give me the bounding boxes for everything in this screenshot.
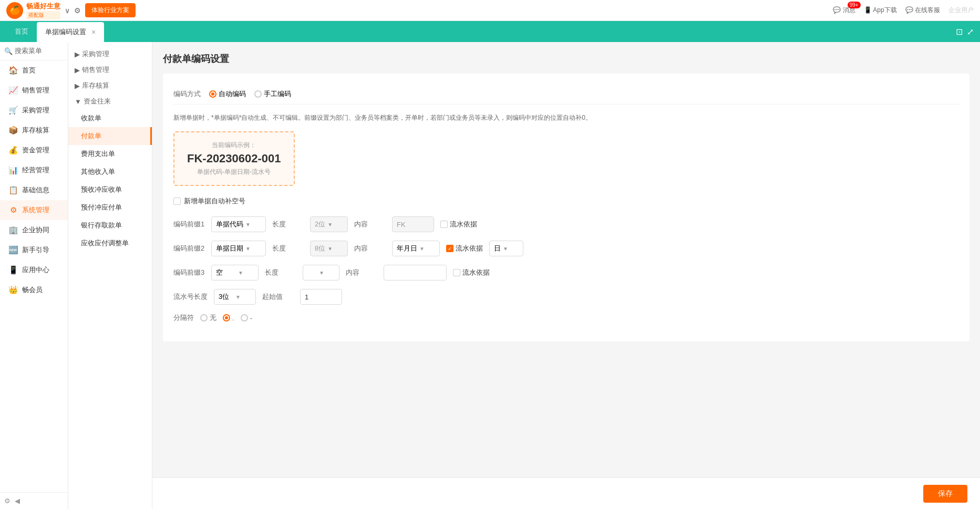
separator-row: 分隔符 无 . - — [173, 313, 959, 323]
enterprise-icon: 🏢 — [8, 225, 18, 235]
second-sidebar-item-adjustment[interactable]: 应收应付调整单 — [68, 234, 152, 252]
purchase-icon: 🛒 — [8, 106, 18, 115]
prefix3-select[interactable]: 空 ▼ — [211, 265, 259, 281]
logo-text: 畅通好生意 搭配版 — [26, 2, 60, 19]
content3-input[interactable] — [384, 265, 447, 281]
sidebar-item-guide-label: 新手引导 — [22, 245, 49, 255]
serial1-check-label[interactable]: 流水依据 — [440, 220, 477, 229]
second-sidebar-item-receipt[interactable]: 收款单 — [68, 109, 152, 127]
top-bar-left: 🍊 畅通好生意 搭配版 ∨ ⚙ 体验行业方案 — [6, 2, 136, 19]
tab-bar: 首页 单据编码设置 × ⊡ ⤢ — [0, 21, 980, 42]
sidebar-item-enterprise-label: 企业协同 — [22, 225, 49, 235]
content2-label: 内容 — [354, 244, 386, 253]
chevron-button[interactable]: ∨ — [65, 6, 70, 15]
sidebar-item-home[interactable]: 🏠 首页 — [0, 60, 68, 80]
second-sidebar-item-prepay-receive[interactable]: 预收冲应收单 — [68, 181, 152, 199]
serial2-check-label[interactable]: ✓ 流水依据 — [446, 244, 483, 253]
auto-fill-checkbox[interactable] — [173, 198, 181, 205]
tab-expand-button[interactable]: ⤢ — [967, 27, 974, 37]
finance-icon: 💰 — [8, 146, 18, 155]
sidebar-item-basics-label: 基础信息 — [22, 185, 49, 195]
info-text: 新增单据时，*单据编码*自动生成、不可编辑。前缀设置为部门、业务员等档案类，开单… — [173, 113, 959, 123]
period-arrow: ▼ — [503, 246, 508, 252]
prefix1-select[interactable]: 单据代码 ▼ — [211, 216, 266, 232]
second-sidebar-item-bank[interactable]: 银行存取款单 — [68, 216, 152, 234]
length3-arrow: ▼ — [319, 270, 324, 276]
second-sidebar-group-sales[interactable]: ▶ 销售管理 — [68, 62, 152, 78]
sidebar-settings-icon[interactable]: ⚙ — [4, 497, 11, 505]
logo-icon: 🍊 — [6, 2, 23, 19]
second-sidebar-item-prepay-pay[interactable]: 预付冲应付单 — [68, 199, 152, 216]
prefix2-select[interactable]: 单据日期 ▼ — [211, 241, 266, 256]
content2-arrow: ▼ — [419, 246, 425, 252]
period-select[interactable]: 日 ▼ — [489, 241, 523, 256]
second-sidebar-group-purchase[interactable]: ▶ 采购管理 — [68, 46, 152, 62]
tab-encoding-settings[interactable]: 单据编码设置 × — [37, 22, 104, 42]
chevron-right-icon-sales: ▶ — [75, 66, 80, 74]
sep-dot-option[interactable]: . — [223, 314, 234, 322]
length1-select[interactable]: 2位 ▼ — [310, 216, 348, 232]
second-sidebar: ▶ 采购管理 ▶ 销售管理 ▶ 库存核算 ▼ 资金往来 收款单 付款单 费用支出… — [68, 42, 152, 509]
sep-none-option[interactable]: 无 — [200, 313, 216, 323]
apps-icon: 📱 — [8, 265, 18, 275]
promo-button[interactable]: 体验行业方案 — [85, 3, 136, 17]
second-sidebar-group-inventory[interactable]: ▶ 库存核算 — [68, 78, 152, 94]
sidebar-item-member[interactable]: 👑 畅会员 — [0, 280, 68, 300]
user-info[interactable]: 企业用户 — [948, 6, 974, 15]
serial-length-arrow: ▼ — [235, 294, 241, 300]
serial3-check-label[interactable]: 流水依据 — [453, 268, 490, 277]
message-badge: 99+ — [848, 2, 861, 8]
second-sidebar-item-other-income[interactable]: 其他收入单 — [68, 163, 152, 181]
sidebar-item-finance[interactable]: 💰 资金管理 — [0, 140, 68, 160]
second-sidebar-group-finance[interactable]: ▼ 资金往来 — [68, 94, 152, 109]
radio-manual-dot — [254, 90, 262, 98]
sidebar-item-guide[interactable]: 🆕 新手引导 — [0, 240, 68, 260]
length2-label: 长度 — [272, 244, 304, 253]
auto-fill-label: 新增单据自动补空号 — [184, 196, 245, 206]
sidebar-collapse-icon[interactable]: ◀ — [15, 497, 20, 505]
sidebar-item-operations[interactable]: 📊 经营管理 — [0, 160, 68, 180]
sidebar-item-basics[interactable]: 📋 基础信息 — [0, 180, 68, 200]
sidebar-search[interactable]: 🔍 搜索菜单 — [0, 42, 68, 60]
online-service[interactable]: 💬 在线客服 — [905, 6, 940, 15]
serial-row: 流水号长度 3位 ▼ 起始值 — [173, 289, 959, 305]
second-sidebar-item-expense[interactable]: 费用支出单 — [68, 145, 152, 163]
sidebar-item-apps[interactable]: 📱 应用中心 — [0, 260, 68, 280]
operations-icon: 📊 — [8, 165, 18, 175]
serial2-checkbox[interactable]: ✓ — [446, 245, 453, 252]
serial3-checkbox[interactable] — [453, 269, 460, 276]
content-wrapper: 付款单编码设置 编码方式 自动编码 手工编码 — [152, 42, 980, 509]
sidebar-item-sales[interactable]: 📈 销售管理 — [0, 80, 68, 100]
content-area: 付款单编码设置 编码方式 自动编码 手工编码 — [152, 42, 980, 477]
main-layout: 🔍 搜索菜单 🏠 首页 📈 销售管理 🛒 采购管理 📦 库存核算 💰 资金管理 … — [0, 42, 980, 509]
page-title: 付款单编码设置 — [163, 53, 969, 65]
serial1-checkbox[interactable] — [440, 221, 448, 228]
chevron-right-icon-inv: ▶ — [75, 82, 80, 90]
radio-manual-encode[interactable]: 手工编码 — [254, 89, 291, 99]
top-bar-right: 💬 消息 99+ 📱 App下载 💬 在线客服 企业用户 — [833, 6, 974, 15]
length2-select[interactable]: 8位 ▼ — [310, 241, 348, 256]
tab-home[interactable]: 首页 — [6, 21, 37, 42]
save-button[interactable]: 保存 — [923, 485, 967, 503]
length3-select[interactable]: ▼ — [303, 265, 339, 281]
gear-button[interactable]: ⚙ — [74, 6, 81, 15]
sidebar-item-system[interactable]: ⚙ 系统管理 — [0, 200, 68, 220]
app-download[interactable]: 📱 App下载 — [864, 6, 897, 15]
start-value-input[interactable] — [300, 289, 342, 305]
tab-close-icon[interactable]: × — [91, 28, 96, 36]
sep-dash-option[interactable]: - — [241, 314, 252, 322]
sidebar-item-purchase[interactable]: 🛒 采购管理 — [0, 100, 68, 120]
serial-length-select[interactable]: 3位 ▼ — [214, 289, 256, 305]
sidebar-item-enterprise[interactable]: 🏢 企业协同 — [0, 220, 68, 240]
message-icon[interactable]: 💬 消息 99+ — [833, 6, 855, 15]
length1-label: 长度 — [272, 220, 304, 229]
content2-select[interactable]: 年月日 ▼ — [392, 241, 440, 256]
prefix3-label: 编码前缀3 — [173, 268, 205, 277]
tab-shrink-button[interactable]: ⊡ — [956, 27, 963, 37]
second-sidebar-item-payment[interactable]: 付款单 — [68, 127, 152, 145]
encoding-method-label: 编码方式 — [173, 89, 201, 99]
radio-auto-encode[interactable]: 自动编码 — [209, 89, 246, 99]
sidebar-item-inventory[interactable]: 📦 库存核算 — [0, 120, 68, 140]
sidebar-item-operations-label: 经营管理 — [22, 165, 49, 175]
sidebar-bottom: ⚙ ◀ — [0, 492, 68, 509]
